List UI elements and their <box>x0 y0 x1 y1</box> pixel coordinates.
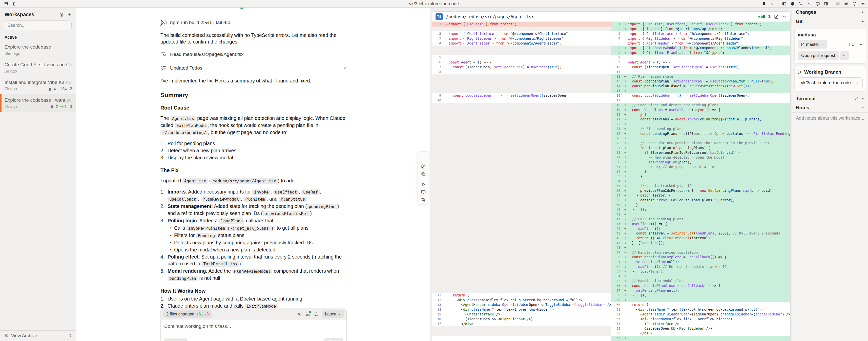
chat-bubble-icon[interactable] <box>790 1 795 6</box>
diff-line <box>432 203 611 207</box>
files-changed-badge[interactable]: 2 files changed +61 -3 <box>163 310 212 318</box>
diff-line: 11 <box>611 69 790 74</box>
notes-placeholder[interactable]: Add notes about this workspace... <box>792 113 868 124</box>
latest-dropdown[interactable]: Latest <box>322 310 344 318</box>
bold-text: Polling logic <box>167 218 197 223</box>
diff-line: 39+ } <box>611 203 790 207</box>
diff-line: 8 <box>611 55 790 60</box>
terminal-icon[interactable] <box>807 1 812 6</box>
tool-call-row[interactable]: Read medusa/src/pages/Agent.tsx <box>160 50 347 59</box>
notes-section-header[interactable]: Notes <box>792 103 868 113</box>
inline-code: TaskDetail.tsx <box>202 261 239 267</box>
chevron-down-icon[interactable] <box>342 65 347 70</box>
more-options-icon[interactable] <box>858 42 863 47</box>
bold-text: Polling effect <box>167 254 198 259</box>
diff-body[interactable]: 1-import { useState } from "react";2impo… <box>432 22 790 341</box>
view-archive-label: View Archive <box>11 333 37 338</box>
diff-line: 44+ loadPlans(); <box>611 226 790 231</box>
panel-left-icon[interactable] <box>782 1 787 6</box>
spinner-icon[interactable] <box>314 312 319 317</box>
diff-line <box>432 131 611 136</box>
diff-line <box>432 160 611 164</box>
spark-icon[interactable] <box>297 312 302 317</box>
text-run: Filters for <box>174 232 196 238</box>
git-section-header[interactable]: Git <box>792 17 868 26</box>
monitor-icon[interactable] <box>421 189 426 194</box>
send-button[interactable]: Send <box>324 338 343 341</box>
workspace-time: 6h ago <box>5 69 17 73</box>
diff-line: 6const Agent = () => { <box>432 60 611 64</box>
workspace-item[interactable]: Create Good First Issues on Github So p6… <box>0 59 76 76</box>
changes-section-header[interactable]: Changes <box>792 8 868 17</box>
tool-call-row[interactable]: Updated Todos <box>160 64 347 72</box>
diff-line <box>432 207 611 212</box>
text-run: User is on the Agent page with a Docker-… <box>167 296 302 302</box>
caret-down-icon <box>861 20 864 23</box>
tool-call-row[interactable]: npm run build 2>&1 | tail -80 <box>160 18 347 27</box>
panel-right-icon[interactable] <box>824 1 829 6</box>
diff-line: 24+ const pendingPlans = allPlans.filter… <box>611 131 790 136</box>
terminal-section-header[interactable]: Terminal <box>792 94 868 103</box>
diff-icon[interactable] <box>421 164 426 169</box>
menu-icon[interactable] <box>835 1 840 6</box>
diff-line: 13+ const [pendingPlan, setPendingPlan] … <box>611 79 790 84</box>
diff-line <box>432 250 611 255</box>
diff-line: 17 </div> <box>432 321 611 326</box>
diff-line <box>432 126 611 131</box>
megaphone-icon[interactable] <box>844 1 849 6</box>
open-pull-request-button[interactable]: Open pull request <box>798 51 839 60</box>
caret-right-icon <box>861 97 864 100</box>
layers-icon[interactable] <box>59 12 64 17</box>
diff-line: 37+ } catch (error) { <box>611 193 790 198</box>
tool-call-label: Read medusa/src/pages/Agent.tsx <box>170 52 243 57</box>
pause-icon[interactable] <box>762 1 767 6</box>
checklist-icon[interactable] <box>305 312 310 317</box>
assistant-paragraph: I've implemented the fix. Here's a summa… <box>160 78 347 84</box>
assistant-paragraph: I updated Agent.tsx (medusa/src/pages/Ag… <box>160 177 347 184</box>
list-item: 5.Modal rendering: Added the PlanReviewM… <box>160 268 347 282</box>
branch-dropdown[interactable]: master <box>798 40 827 49</box>
diff-line <box>432 231 611 236</box>
chevron-down-icon <box>842 54 846 57</box>
diff-line: 12 <div className="flex flex-col h-scree… <box>432 298 611 302</box>
inline-code: loadPlans <box>219 218 245 224</box>
view-archive-button[interactable]: View Archive 0 <box>0 330 76 341</box>
pull-request-dropdown[interactable] <box>840 51 849 60</box>
inline-code: Agent.tsx <box>182 178 208 184</box>
workspace-time: 7h ago <box>5 87 17 91</box>
pen-icon[interactable] <box>201 340 206 341</box>
mode-dropdown[interactable]: Default <box>164 338 188 341</box>
pencil-icon[interactable] <box>855 81 859 85</box>
plus-icon[interactable] <box>67 12 72 17</box>
git-compare-icon[interactable] <box>421 197 426 202</box>
diff-new-column: 1+import { useState, useEffect, useRef, … <box>611 22 790 341</box>
text-run: : Added a <box>197 218 219 223</box>
chevrons-up-icon[interactable] <box>770 1 775 6</box>
diff-stats: +59-1 <box>758 14 771 19</box>
message-input[interactable]: Continue working on this task... <box>164 323 343 329</box>
search-input[interactable]: Search... <box>4 21 72 30</box>
git-compare-icon[interactable] <box>798 1 803 6</box>
workspace-item[interactable]: Explore the codebase35m ago <box>0 41 76 59</box>
monitor-icon[interactable] <box>815 1 820 6</box>
diff-header: TS /medusa/medusa/src/pages/Agent.tsx +5… <box>432 12 790 22</box>
section-heading: How It Works Now <box>160 288 347 294</box>
text-run: Detects new plans by comparing against p… <box>174 240 313 245</box>
workspace-item[interactable]: Explore the codebase I want you to exp7h… <box>0 94 76 112</box>
diff-view-icon[interactable] <box>774 14 779 19</box>
copy-icon[interactable] <box>421 172 426 177</box>
gear-icon[interactable] <box>860 1 865 6</box>
working-branch-input[interactable]: vk/3ccf-explore-the-code <box>798 78 863 88</box>
play-icon[interactable] <box>421 182 426 187</box>
paperclip-icon[interactable] <box>192 340 197 341</box>
chevron-down-icon[interactable] <box>782 14 787 19</box>
diff-line: 45+ const interval = setInterval(loadPla… <box>611 231 790 236</box>
diff-line: 16 {sidebarOpen && <RightSidebar />} <box>432 316 611 321</box>
workspace-item[interactable]: Install and integrate Vibe Kanban Web G7… <box>0 76 76 94</box>
grip-icon[interactable] <box>421 154 426 159</box>
help-icon[interactable] <box>852 1 857 6</box>
diff-line: 43+ useEffect(() => { <box>611 221 790 226</box>
assistant-paragraph: The build completed successfully with no… <box>160 32 347 45</box>
chat-scroll-area[interactable]: npm run build 2>&1 | tail -80The build c… <box>160 8 347 341</box>
diff-line <box>432 45 611 50</box>
